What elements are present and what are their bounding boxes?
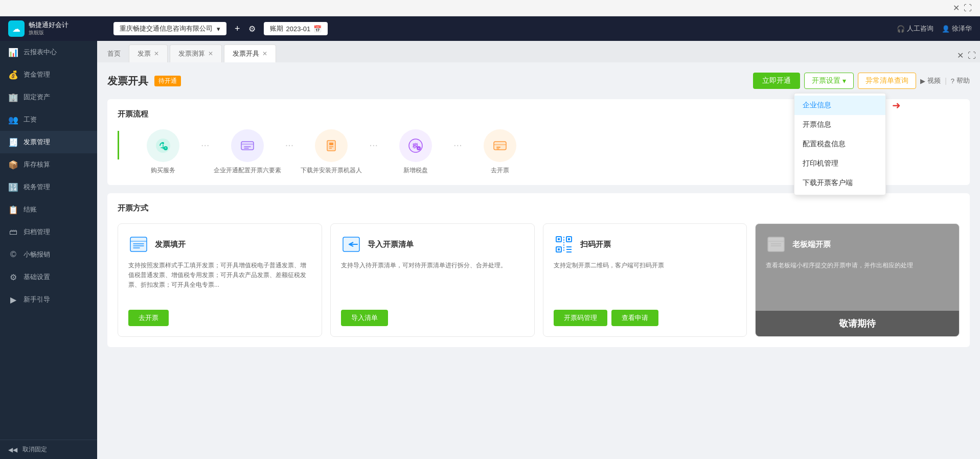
logo-name: 畅捷通好会计 (29, 21, 69, 29)
dropdown-item-download[interactable]: 下载开票客户端 (794, 173, 885, 193)
add-button[interactable]: + (235, 24, 240, 34)
play-icon: ▶ (920, 77, 925, 85)
help-button[interactable]: ? 帮助 (951, 76, 970, 85)
sidebar-item-gongzi[interactable]: 👥 工资 (0, 108, 97, 131)
tab-fapiaokaju[interactable]: 发票开具 ✕ (224, 44, 276, 62)
tab-fapiaocesuan[interactable]: 发票测算 ✕ (170, 44, 222, 62)
sidebar-item-label: 归档管理 (24, 227, 50, 237)
company-name: 重庆畅捷交通信息咨询有限公司 (120, 24, 213, 33)
abnormal-button[interactable]: 异常清单查询 (858, 73, 916, 89)
svg-text:+: + (165, 146, 167, 150)
xiaochang-icon: © (8, 249, 18, 260)
card-boss-desc: 查看老板端小程序提交的开票申请，并作出相应的处理 (766, 261, 949, 302)
sidebar-item-kucun[interactable]: 📦 库存核算 (0, 153, 97, 176)
sidebar-item-label: 发票管理 (24, 137, 50, 147)
card-scan-btns: 开票码管理 查看申请 (554, 310, 737, 326)
sidebar-item-label: 新手引导 (24, 295, 50, 304)
dropdown-item-kaipiao[interactable]: 开票信息 (794, 115, 885, 134)
xinshou-icon: ▶ (8, 294, 18, 305)
dropdown-item-peizhi[interactable]: 配置税盘信息 (794, 134, 885, 154)
yunbao-icon: 📊 (8, 47, 18, 57)
boss-overlay: 敬请期待 (756, 311, 959, 336)
unpin-icon: ◀◀ (8, 446, 17, 453)
sidebar-item-fapiao[interactable]: 🧾 发票管理 (0, 131, 97, 153)
settings-button[interactable]: 开票设置 ▾ (804, 73, 854, 89)
method-title: 开票方式 (118, 203, 960, 213)
tab-expand-icon[interactable]: ⛶ (968, 51, 976, 60)
unpin-label: 取消固定 (22, 445, 47, 454)
sidebar-item-yunbao[interactable]: 📊 云报表中心 (0, 41, 97, 63)
sidebar-item-label: 基础设置 (24, 272, 50, 282)
main-area: 📊 云报表中心 💰 资金管理 🏢 固定资产 👥 工资 🧾 发票管理 📦 (0, 41, 980, 459)
user-profile[interactable]: 👤 徐泽华 (942, 24, 972, 33)
card-manual-desc: 支持按照发票样式手工填开发票；可开具增值税电子普通发票、增值税普通发票、增值税专… (128, 261, 311, 302)
svg-text:+: + (418, 147, 420, 150)
page-header: 发票开具 待开通 立即开通 开票设置 ▾ 企业信息 (107, 73, 970, 89)
settings-dropdown: 企业信息 ➜ 开票信息 配置税盘信息 打印机管理 下载开票客户端 (794, 93, 886, 195)
sidebar-item-xiaochang[interactable]: © 小畅报销 (0, 243, 97, 266)
close-window-button[interactable]: ✕ (953, 3, 960, 13)
zijin-icon: 💰 (8, 70, 18, 80)
video-button[interactable]: ▶ 视频 (920, 76, 941, 85)
flow-step-5: 去开票 (464, 129, 536, 175)
sidebar: 📊 云报表中心 💰 资金管理 🏢 固定资产 👥 工资 🧾 发票管理 📦 (0, 41, 97, 459)
sidebar-item-zijin[interactable]: 💰 资金管理 (0, 63, 97, 86)
tab-fapiao-label: 发票 (138, 49, 151, 58)
card-import-btn[interactable]: 导入清单 (341, 310, 388, 326)
question-icon: ? (951, 77, 954, 85)
flow-step-5-icon (484, 129, 516, 162)
sidebar-item-shuiwu[interactable]: 🔢 税务管理 (0, 176, 97, 198)
tab-home[interactable]: 首页 (101, 45, 127, 62)
flow-arrow-3: ··· (369, 139, 378, 151)
flow-step-5-label: 去开票 (491, 166, 509, 175)
period-selector[interactable]: 账期 2023-01 📅 (264, 22, 328, 35)
flow-step-1: + 购买服务 (127, 129, 199, 175)
card-boss-title: 老板端开票 (792, 240, 831, 249)
sidebar-item-label: 库存核算 (24, 160, 50, 169)
sidebar-item-jiezhang[interactable]: 📋 结账 (0, 198, 97, 221)
svg-rect-32 (558, 248, 560, 250)
tab-fapiaokaju-close[interactable]: ✕ (262, 50, 267, 57)
tab-close-icon[interactable]: ✕ (957, 51, 964, 60)
card-boss: 老板端开票 查看老板端小程序提交的开票申请，并作出相应的处理 敬请期待 (755, 223, 960, 337)
activate-button[interactable]: 立即开通 (753, 73, 800, 89)
tab-fapiaocesuan-close[interactable]: ✕ (208, 50, 213, 57)
svg-rect-30 (568, 238, 570, 240)
card-import: 导入开票清单 支持导入待开票清单，可对待开票清单进行拆分、合并处理。 导入清单 (330, 223, 535, 337)
content-area: 首页 发票 ✕ 发票测算 ✕ 发票开具 ✕ ✕ ⛶ (97, 41, 980, 459)
red-arrow-icon: ➜ (892, 99, 901, 111)
dropdown-item-qiyeinfo[interactable]: 企业信息 (794, 96, 885, 115)
consult-button[interactable]: 🎧 人工咨询 (897, 24, 933, 33)
sidebar-item-xinshou[interactable]: ▶ 新手引导 (0, 288, 97, 311)
flow-step-3-label: 下载并安装开票机器人 (301, 166, 362, 175)
headset-icon: 🎧 (897, 25, 905, 33)
logo-badge: 旗舰版 (29, 29, 69, 36)
flow-step-1-label: 购买服务 (151, 166, 175, 175)
card-scan-title: 扫码开票 (580, 240, 611, 249)
window-controls: ✕ ⛶ (953, 3, 972, 13)
settings-icon[interactable]: ⚙ (248, 24, 256, 34)
card-manual-header: 发票填开 (128, 234, 311, 255)
card-scan-btn1[interactable]: 开票码管理 (554, 310, 607, 326)
boss-overlay-text: 敬请期待 (839, 317, 876, 330)
user-avatar-icon: 👤 (942, 25, 950, 33)
settings-chevron-icon: ▾ (842, 77, 846, 85)
flow-step-2-label: 企业开通配置开票六要素 (214, 166, 281, 175)
jichushezhi-icon: ⚙ (8, 272, 18, 282)
sidebar-item-guding[interactable]: 🏢 固定资产 (0, 86, 97, 108)
maximize-window-button[interactable]: ⛶ (964, 4, 972, 13)
dropdown-item-printer[interactable]: 打印机管理 (794, 154, 885, 173)
tab-fapiao[interactable]: 发票 ✕ (129, 44, 168, 62)
tab-fapiao-close[interactable]: ✕ (154, 50, 159, 57)
card-manual-btn[interactable]: 去开票 (128, 310, 169, 326)
sidebar-item-label: 资金管理 (24, 70, 50, 79)
sidebar-item-jichushezhi[interactable]: ⚙ 基础设置 (0, 266, 97, 288)
card-scan-btn2[interactable]: 查看申请 (611, 310, 658, 326)
card-manual-icon (128, 234, 149, 255)
card-import-desc: 支持导入待开票清单，可对待开票清单进行拆分、合并处理。 (341, 261, 524, 302)
company-selector[interactable]: 重庆畅捷交通信息咨询有限公司 ▾ (113, 22, 226, 35)
guidang-icon: 🗃 (8, 227, 18, 237)
browser-topbar: ✕ ⛶ (0, 0, 980, 16)
sidebar-item-guidang[interactable]: 🗃 归档管理 (0, 221, 97, 243)
unpin-button[interactable]: ◀◀ 取消固定 (0, 440, 97, 459)
